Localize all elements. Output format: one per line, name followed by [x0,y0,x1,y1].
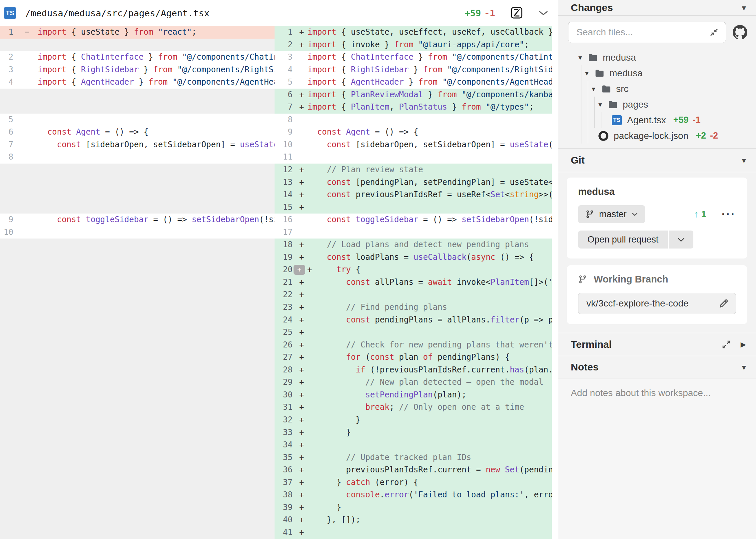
line-number: 2 [0,51,13,64]
diff-marker: + [299,251,304,264]
search-input[interactable] [576,27,708,38]
diff-marker: + [299,301,304,314]
code-line [308,151,552,164]
tree-folder-medusa[interactable]: ▾medusa [568,65,747,81]
line-number: 3 [275,51,293,64]
expand-terminal-icon[interactable] [721,339,732,350]
old-diff-row: 2import { ChatInterface } from "@/compon… [0,51,275,64]
caret-down-icon[interactable]: ▾ [578,54,588,62]
diff-pane-new[interactable]: 1+import { useState, useEffect, useRef, … [275,26,552,539]
code-line: const allPlans = await invoke<PlanItem[]… [308,276,552,289]
line-number: 40 [275,514,293,526]
new-diff-row: 28+ if (!previousPlanIdsRef.current.has(… [275,364,552,376]
code-line: } catch (error) { [308,476,552,489]
code-line: if (!previousPlanIdsRef.current.has(plan… [308,364,552,376]
tree-folder-medusa[interactable]: ▾medusa [568,50,747,65]
new-diff-row: 38+ console.error('Failed to load plans:… [275,489,552,501]
line-number: 1 [0,26,13,39]
code-line: import { useState, useEffect, useRef, us… [308,26,552,39]
old-diff-row [0,301,275,314]
tree-file-package-lock.json[interactable]: package-lock.json+2-2 [568,128,747,144]
old-diff-row [0,389,275,401]
repo-card: medusa master ↑ 1 ··· Open pu [567,178,747,259]
line-number: 6 [275,89,293,101]
diff-marker: + [299,39,304,51]
open-pull-request-button[interactable]: Open pull request [578,231,668,249]
old-diff-row: 10 [0,226,275,239]
file-name: package-lock.json [614,131,688,141]
line-number: 39 [275,501,293,514]
new-diff-row: 35+ // Update tracked plan IDs [275,451,552,464]
code-line: const loadPlans = useCallback(async () =… [308,251,552,264]
add-comment-button[interactable]: + [294,265,305,275]
new-diff-row: 39+ } [275,501,552,514]
tree-file-Agent.tsx[interactable]: TSAgent.tsx+59-1 [568,112,747,128]
new-diff-row: 16 const toggleSidebar = () => setSideba… [275,214,552,226]
old-diff-row: 9 const toggleSidebar = () => setSidebar… [0,214,275,226]
file-search-box[interactable] [568,22,726,43]
notes-editor[interactable]: Add notes about this workspace... [558,378,756,539]
old-diff-row [0,514,275,526]
old-diff-row [0,251,275,264]
old-diff-row [0,326,275,339]
notes-section-header[interactable]: Notes ▾ [558,356,756,378]
commits-ahead-badge[interactable]: ↑ 1 [694,209,706,220]
git-section-body: medusa master ↑ 1 ··· Open pu [558,172,756,333]
diff-marker: + [299,288,304,301]
code-line: // Plan review state [308,164,552,176]
code-line: import { PlanItem, PlanStatus } from "@/… [308,101,552,114]
edit-branch-name-button[interactable] [719,299,728,308]
line-number: 16 [275,214,293,226]
git-section-header[interactable]: Git ▾ [558,148,756,172]
diff-marker: + [299,414,304,426]
additions-count: +59 [465,8,481,18]
pull-request-options-button[interactable] [669,231,693,249]
expand-right-triangle-icon[interactable]: ▶ [741,340,746,348]
new-diff-row: 32+ } [275,414,552,426]
diff-layout-toggle-button[interactable] [510,6,524,20]
diff-marker: − [25,26,29,39]
caret-down-icon[interactable]: ▾ [592,85,602,93]
code-line: } [308,501,552,514]
new-diff-row: 7+import { PlanItem, PlanStatus } from "… [275,101,552,114]
diff-viewer: TS /medusa/medusa/src/pages/Agent.tsx +5… [0,0,558,539]
line-number: 31 [275,401,293,414]
typescript-file-icon: TS [612,115,622,125]
chevron-down-icon [538,10,548,16]
side-by-side-diff: 1−import { useState } from "react";2impo… [0,26,558,539]
old-diff-row [0,176,275,189]
diff-marker: + [299,464,304,476]
diff-marker: + [299,501,304,514]
collapse-triangle-icon: ▾ [742,3,746,13]
diff-marker: + [299,26,304,39]
more-actions-button[interactable]: ··· [722,208,736,220]
collapse-tree-icon[interactable] [708,27,720,38]
terminal-section-header[interactable]: Terminal ▶ [558,333,756,356]
changes-section-header[interactable]: Changes ▾ [558,0,756,16]
old-diff-row: 6 const Agent = () => { [0,126,275,139]
caret-down-icon[interactable]: ▾ [585,69,595,77]
diff-pane-old[interactable]: 1−import { useState } from "react";2impo… [0,26,275,539]
working-branch-field[interactable]: vk/3ccf-explore-the-code [578,293,736,314]
new-diff-row: 12+ // Plan review state [275,164,552,176]
code-line: // Update tracked plan IDs [308,451,552,464]
old-diff-row [0,464,275,476]
line-number: 15 [275,201,293,214]
github-button[interactable] [733,25,747,40]
diff-marker: + [299,439,304,451]
new-diff-row: 25+ [275,326,552,339]
line-number: 3 [0,64,13,76]
collapse-diff-button[interactable] [538,10,548,16]
tree-folder-src[interactable]: ▾src [568,81,747,97]
code-line: } [308,414,552,426]
repo-name: medusa [578,186,736,197]
indent-guide [581,128,581,144]
caret-down-icon[interactable]: ▾ [598,101,608,109]
code-line: const toggleSidebar = () => setSidebarOp… [38,214,275,226]
line-number: 10 [275,139,293,151]
collapse-triangle-icon: ▾ [742,156,746,165]
branch-selector-button[interactable]: master [578,205,645,223]
code-line: const pendingPlans = allPlans.filter(p =… [308,314,552,326]
code-line [38,226,275,239]
tree-folder-pages[interactable]: ▾pages [568,97,747,112]
